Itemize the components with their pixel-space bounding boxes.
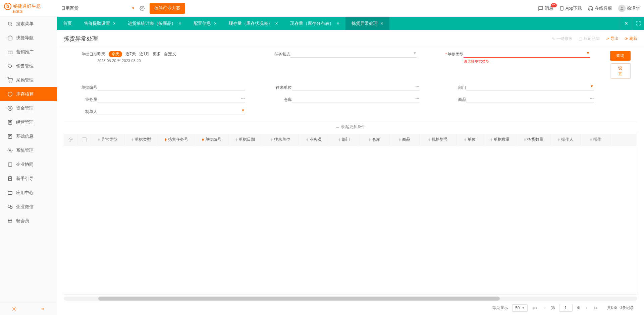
sort-icon[interactable]: ▲▼ — [464, 138, 467, 141]
column-header[interactable]: ▲▼单据数量 — [483, 134, 517, 145]
filter-warehouse[interactable]: 仓库 ••• — [265, 96, 419, 103]
column-header[interactable]: ▲▼单据编号 — [195, 134, 228, 145]
tab-5[interactable]: 现存量（库存分布表）✕ — [284, 17, 345, 30]
close-icon[interactable]: ✕ — [214, 21, 217, 26]
online-service-button[interactable]: 在线客服 — [588, 5, 612, 11]
brand-logo[interactable]: b 畅捷通好生意 标准版 — [4, 3, 58, 14]
filter-product[interactable]: 商品 ••• — [439, 96, 594, 103]
column-header[interactable]: ▲▼操作人 — [550, 134, 581, 145]
refresh-button[interactable]: ⟳ 刷新 — [625, 36, 637, 42]
collapse-filters-button[interactable]: ︽ 收起更多条件 — [64, 122, 637, 132]
app-download-button[interactable]: App下载 — [559, 5, 582, 11]
sidebar-item-10[interactable]: 企业协同 — [0, 158, 57, 172]
settings-button[interactable]: 设置 — [610, 63, 631, 79]
sidebar-item-13[interactable]: 企业微信 — [0, 200, 57, 214]
filter-doc-type[interactable]: *单据类型 ▼ 请选择单据类型 — [437, 51, 590, 64]
tab-1[interactable]: 售价提取设置✕ — [78, 17, 122, 30]
sidebar-item-0[interactable]: 搜索菜单 — [0, 17, 57, 31]
sidebar-item-1[interactable]: 快捷导航 — [0, 31, 57, 45]
sidebar-item-9[interactable]: 系统管理 — [0, 143, 57, 158]
close-all-tabs-button[interactable]: ✕ — [620, 17, 632, 30]
horizontal-scrollbar[interactable] — [64, 297, 637, 301]
sidebar-item-6[interactable]: 资金管理 — [0, 101, 57, 115]
sort-icon[interactable]: ▲▼ — [490, 138, 493, 141]
batch-edit-button[interactable]: ✎ 一键修改 — [552, 36, 573, 42]
filter-salesman[interactable]: 业务员 ••• — [70, 96, 245, 103]
close-icon[interactable]: ✕ — [275, 21, 278, 26]
sidebar-item-5[interactable]: 库存核算 — [0, 87, 57, 101]
next-page-button[interactable]: › — [585, 305, 589, 310]
filter-department[interactable]: 部门 ▼ — [439, 84, 594, 91]
sort-icon[interactable]: ▲▼ — [368, 138, 371, 141]
sort-icon[interactable]: ▲▼ — [202, 138, 205, 141]
tab-2[interactable]: 进货单统计表（按商品）✕ — [122, 17, 187, 30]
sidebar-item-3[interactable]: 销售管理 — [0, 59, 57, 73]
date-option[interactable]: 近7天 — [125, 51, 136, 57]
prev-page-button[interactable]: ‹ — [543, 305, 547, 310]
column-header[interactable]: ▲▼往来单位 — [262, 134, 299, 145]
first-page-button[interactable]: ⏮ — [532, 305, 539, 310]
sort-icon[interactable]: ▲▼ — [557, 138, 560, 141]
sort-icon[interactable]: ▲▼ — [235, 138, 238, 141]
business-type-select[interactable]: 日用百货 ▼ — [61, 5, 135, 11]
date-option[interactable]: 自定义 — [164, 51, 176, 57]
sidebar-item-11[interactable]: 新手引导 — [0, 172, 57, 186]
column-header[interactable]: ▲▼部门 — [329, 134, 359, 145]
column-header[interactable]: ▲▼规格型号 — [420, 134, 457, 145]
close-icon[interactable]: ✕ — [178, 21, 181, 26]
sort-icon[interactable]: ▲▼ — [428, 138, 431, 141]
sidebar-item-14[interactable]: 畅会员 — [0, 214, 57, 228]
column-header[interactable]: ▲▼商品 — [389, 134, 420, 145]
column-header[interactable]: ▲▼单位 — [457, 134, 483, 145]
sort-icon[interactable]: ▲▼ — [524, 138, 527, 141]
sort-icon[interactable]: ▲▼ — [164, 138, 167, 141]
date-option[interactable]: 今天 — [109, 51, 122, 57]
date-option[interactable]: 更多 — [153, 51, 161, 57]
sort-icon[interactable]: ▲▼ — [338, 138, 341, 141]
sidebar-item-7[interactable]: 经营管理 — [0, 115, 57, 129]
scrollbar-thumb[interactable] — [98, 297, 500, 301]
filter-doc-no[interactable]: 单据编号 — [70, 84, 245, 91]
column-header[interactable]: ▲▼操作 — [581, 134, 611, 145]
tab-0[interactable]: 首页 — [57, 17, 78, 30]
export-button[interactable]: ↗ 导出 — [606, 36, 619, 42]
settings-icon[interactable] — [140, 6, 145, 11]
filter-maker[interactable]: 制单人 ▼ — [70, 108, 245, 115]
messages-button[interactable]: 消息 70 — [538, 5, 553, 11]
sort-icon[interactable]: ▲▼ — [98, 138, 101, 141]
column-header[interactable]: ▲▼拣货数量 — [517, 134, 550, 145]
sort-icon[interactable]: ▲▼ — [590, 138, 593, 141]
try-industry-plan-button[interactable]: 体验行业方案 — [150, 3, 185, 14]
sort-icon[interactable]: ▲▼ — [398, 138, 401, 141]
sidebar-item-8[interactable]: 基础信息 — [0, 129, 57, 143]
sort-icon[interactable]: ▲▼ — [306, 138, 309, 141]
select-all-checkbox[interactable] — [77, 134, 91, 145]
sidebar-collapse-button[interactable] — [29, 303, 57, 315]
column-header[interactable]: ▲▼异常类型 — [91, 134, 124, 145]
sort-icon[interactable]: ▲▼ — [270, 138, 273, 141]
page-number-input[interactable] — [559, 304, 573, 312]
page-size-select[interactable]: 50 ▼ — [512, 304, 528, 312]
close-icon[interactable]: ✕ — [336, 21, 339, 26]
column-header[interactable]: ▲▼单据类型 — [124, 134, 158, 145]
column-header[interactable]: ▲▼拣货任务号 — [158, 134, 195, 145]
close-icon[interactable]: ✕ — [113, 21, 116, 26]
mark-read-button[interactable]: ▢ 标记已知 — [579, 36, 600, 42]
sidebar-item-12[interactable]: 应用中心 — [0, 186, 57, 200]
table-settings-button[interactable] — [64, 134, 77, 145]
column-header[interactable]: ▲▼业务员 — [299, 134, 329, 145]
sidebar-item-4[interactable]: 采购管理 — [0, 73, 57, 87]
sidebar-item-2[interactable]: 营销推广 — [0, 45, 57, 59]
close-icon[interactable]: ✕ — [380, 21, 383, 26]
filter-partner[interactable]: 往来单位 ••• — [265, 84, 419, 91]
column-header[interactable]: ▲▼单据日期 — [228, 134, 262, 145]
tab-3[interactable]: 配置信息✕ — [187, 17, 223, 30]
column-header[interactable]: ▲▼仓库 — [359, 134, 389, 145]
tab-4[interactable]: 现存量（库存状况表）✕ — [223, 17, 284, 30]
filter-task-status[interactable]: 任务状态 ▼ — [264, 51, 417, 58]
fullscreen-button[interactable]: ⛶ — [632, 17, 644, 30]
date-option[interactable]: 昨天 — [97, 51, 105, 57]
tab-6[interactable]: 拣货异常处理✕ — [345, 17, 389, 30]
query-button[interactable]: 查询 — [610, 51, 631, 61]
user-menu[interactable]: 徐泽华 — [618, 5, 640, 12]
